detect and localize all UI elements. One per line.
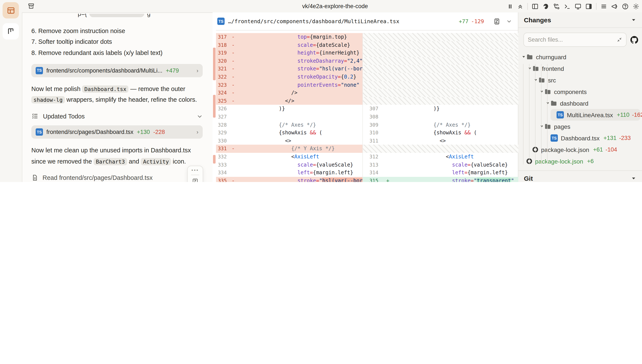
chevron-down-icon[interactable] xyxy=(506,18,512,24)
diff-panel: TS …/frontend/src/components/dashboard/M… xyxy=(213,12,518,182)
panel-right-icon[interactable] xyxy=(585,3,592,10)
pause-icon[interactable] xyxy=(507,3,513,9)
diff-new-line xyxy=(363,73,518,81)
diff-old-line: 321- stroke="hsl(var(--border))" xyxy=(213,65,363,73)
typescript-icon: TS xyxy=(556,111,564,118)
diff-file-path: …/frontend/src/components/dashboard/Mult… xyxy=(228,18,399,24)
display-icon[interactable] xyxy=(574,3,581,10)
line-number: 313 xyxy=(363,161,378,169)
changes-file-tree: churnguardfrontendsrccomponentsdashboard… xyxy=(518,51,642,167)
tree-folder-dashboard[interactable]: dashboard xyxy=(544,98,640,109)
additions-count: +131 xyxy=(603,135,617,141)
diff-new-line xyxy=(363,49,518,57)
additions-count: +77 xyxy=(459,18,468,24)
diff-row: 329 {showAxis && (310 {showAxis && ( xyxy=(213,129,518,137)
diff-row: 324- /> xyxy=(213,89,518,97)
tree-file-package-lock.json[interactable]: package-lock.json+6 xyxy=(526,156,640,167)
folder-icon xyxy=(526,54,533,60)
tree-indent-guide xyxy=(529,64,529,164)
layout-view-button[interactable] xyxy=(3,2,19,18)
archive-button[interactable] xyxy=(28,0,35,12)
diff-old-line: 329 {showAxis && ( xyxy=(213,129,363,137)
diff-header: TS …/frontend/src/components/dashboard/M… xyxy=(213,12,518,30)
layout-icon xyxy=(7,6,15,14)
diff-new-line xyxy=(363,81,518,89)
tree-file-package-lock.json[interactable]: package-lock.json+61-104 xyxy=(532,144,640,156)
toolbar-divider xyxy=(596,3,596,10)
diff-new-line xyxy=(363,145,518,153)
ink-pen-icon[interactable] xyxy=(542,3,549,10)
diff-new-line: 308 xyxy=(363,113,518,121)
todo-list-item: 7. Softer tooltip indicator dots xyxy=(31,37,203,48)
line-number: 311 xyxy=(363,137,378,145)
diff-row: 323- pointerEvents="none" xyxy=(213,81,518,89)
diff-new-line: 309 {/* Axes */} xyxy=(363,121,518,129)
menu-icon[interactable] xyxy=(600,3,607,10)
file-name: Dashboard.tsx xyxy=(561,134,600,142)
typescript-icon: TS xyxy=(550,134,558,142)
kanban-view-button[interactable] xyxy=(3,23,19,40)
chevron-down-icon[interactable] xyxy=(197,113,203,119)
more-options-icon[interactable]: ••• xyxy=(191,168,199,172)
file-path: frontend/src/components/dashboard/MultiL… xyxy=(46,68,162,74)
diff-row: 318- scale={dateScale} xyxy=(213,41,518,49)
diff-content: 317- top={margin.top}318- scale={dateSca… xyxy=(213,33,518,182)
diff-old-line: 333 scale={valueScale} xyxy=(213,161,363,169)
read-file-row[interactable]: Read frontend/src/pages/Dashboard.tsx xyxy=(31,174,203,181)
diff-view-icon[interactable] xyxy=(192,178,198,182)
terminal-prompt-icon[interactable] xyxy=(564,3,571,10)
additions-count: +130 xyxy=(137,129,150,136)
diff-new-line xyxy=(363,57,518,65)
caret-down-icon xyxy=(538,90,544,94)
file-diff-chip[interactable]: TS frontend/src/pages/Dashboard.tsx +130… xyxy=(31,126,203,139)
diff-new-line: 314 left={margin.left} xyxy=(363,169,518,177)
toolbar-divider xyxy=(527,3,528,10)
git-title: Git xyxy=(524,175,533,182)
chevron-right-icon: › xyxy=(197,68,198,74)
line-number: 310 xyxy=(363,129,378,137)
chevron-right-icon: › xyxy=(197,129,198,136)
search-files-input[interactable]: Search files... xyxy=(523,32,626,47)
assistant-message: Now let me polish Dashboard.tsx — remove… xyxy=(31,84,200,106)
settings-gear-icon[interactable] xyxy=(632,3,639,10)
tree-folder-churnguard[interactable]: churnguard xyxy=(520,51,640,63)
clipped-message-line: p={ g xyxy=(31,14,203,20)
diff-new-line: 313 scale={valueScale} xyxy=(363,161,518,169)
diff-row: 334 left={margin.left}314 left={margin.l… xyxy=(213,169,518,177)
folder-icon xyxy=(550,100,557,106)
inline-code: shadow-lg xyxy=(31,96,65,104)
collapse-up-icon[interactable] xyxy=(517,3,523,10)
assistant-message: Now let me clean up the unused imports i… xyxy=(31,145,200,167)
diff-old-line: 317- top={margin.top} xyxy=(213,33,363,41)
tree-folder-components[interactable]: components xyxy=(538,86,640,98)
file-name: components xyxy=(554,88,587,95)
file-name: package-lock.json xyxy=(541,146,589,153)
deletions-count: -104 xyxy=(605,146,617,153)
github-icon[interactable] xyxy=(630,36,638,44)
megaphone-icon[interactable] xyxy=(611,3,618,10)
tree-folder-pages[interactable]: pages xyxy=(538,120,640,132)
additions-count: +479 xyxy=(166,68,179,74)
git-section-header[interactable]: Git xyxy=(518,171,642,182)
changes-section-header[interactable]: Changes xyxy=(518,12,642,28)
diff-new-line: 311 <> xyxy=(363,137,518,145)
git-compare-icon[interactable] xyxy=(553,3,560,10)
diff-old-line: 332 <AxisLeft xyxy=(213,153,363,161)
panel-left-icon[interactable] xyxy=(532,3,538,10)
diff-row: 326 )}307 )} xyxy=(213,105,518,113)
diff-mode-icon[interactable] xyxy=(493,18,500,25)
tree-file-MultiLineArea.tsx[interactable]: TSMultiLineArea.tsx+110-162 xyxy=(550,109,640,120)
help-icon[interactable] xyxy=(622,3,629,10)
typescript-icon: TS xyxy=(36,67,43,74)
file-name: frontend xyxy=(542,65,564,72)
tree-folder-frontend[interactable]: frontend xyxy=(526,63,640,74)
diff-row: 321- stroke="hsl(var(--border))" xyxy=(213,65,518,73)
updated-todos-row[interactable]: Updated Todos xyxy=(31,113,203,120)
collapse-tree-icon[interactable] xyxy=(617,37,622,42)
diff-row: 331- {/* Y Axis */} xyxy=(213,145,518,153)
tree-folder-src[interactable]: src xyxy=(532,74,640,86)
file-path: frontend/src/pages/Dashboard.tsx xyxy=(46,129,133,136)
search-placeholder: Search files... xyxy=(528,36,563,43)
tree-file-Dashboard.tsx[interactable]: TSDashboard.tsx+131-233 xyxy=(544,132,640,144)
file-diff-chip[interactable]: TS frontend/src/components/dashboard/Mul… xyxy=(31,64,203,77)
